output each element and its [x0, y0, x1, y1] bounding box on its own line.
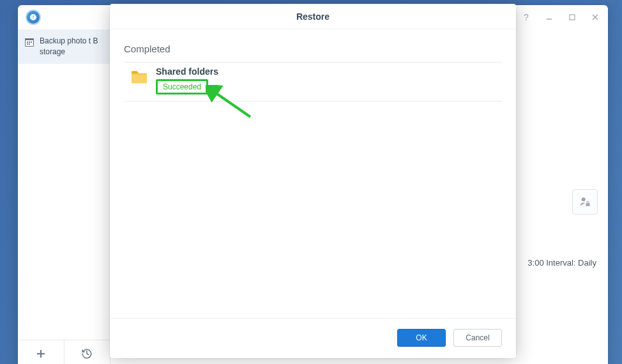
dialog-title: Restore — [110, 4, 516, 29]
close-button[interactable] — [586, 10, 604, 25]
svg-rect-9 — [27, 43, 28, 45]
sidebar-footer — [18, 340, 110, 364]
add-button[interactable] — [18, 340, 64, 364]
svg-rect-10 — [29, 43, 30, 45]
restore-result-row: Shared folders Succeeded — [124, 62, 502, 102]
dialog-body: Completed Shared folders Succeeded — [110, 29, 516, 318]
svg-rect-6 — [27, 42, 28, 43]
result-text-group: Shared folders Succeeded — [156, 66, 218, 95]
svg-line-17 — [213, 91, 250, 117]
completed-label: Completed — [124, 43, 502, 54]
lock-person-icon — [579, 196, 591, 208]
svg-rect-5 — [26, 40, 33, 46]
app-icon — [26, 10, 41, 25]
restore-dialog: Restore Completed Shared folders Succeed… — [110, 4, 516, 358]
calendar-icon — [24, 37, 34, 47]
history-button[interactable] — [64, 340, 110, 364]
folder-icon — [130, 69, 148, 84]
cancel-button[interactable]: Cancel — [453, 329, 502, 347]
sidebar: Backup photo t B storage — [18, 29, 110, 364]
sidebar-item-label: Backup photo t B storage — [40, 36, 106, 57]
lock-status-box[interactable] — [572, 189, 598, 215]
svg-point-13 — [582, 197, 586, 201]
svg-rect-14 — [586, 203, 590, 206]
svg-rect-7 — [29, 42, 30, 43]
window-controls: ? — [517, 10, 604, 25]
sidebar-backup-task[interactable]: Backup photo t B storage — [18, 29, 110, 64]
ok-button[interactable]: OK — [397, 329, 446, 347]
svg-rect-15 — [132, 75, 147, 84]
status-badge-succeeded: Succeeded — [156, 79, 208, 95]
help-button[interactable]: ? — [517, 10, 535, 25]
schedule-info: 3:00 Interval: Daily — [527, 258, 596, 268]
svg-rect-8 — [31, 42, 32, 43]
minimize-button[interactable] — [540, 10, 558, 25]
svg-rect-1 — [570, 15, 575, 20]
result-item-title: Shared folders — [156, 66, 218, 77]
dialog-footer: OK Cancel — [110, 318, 516, 358]
maximize-button[interactable] — [563, 10, 581, 25]
